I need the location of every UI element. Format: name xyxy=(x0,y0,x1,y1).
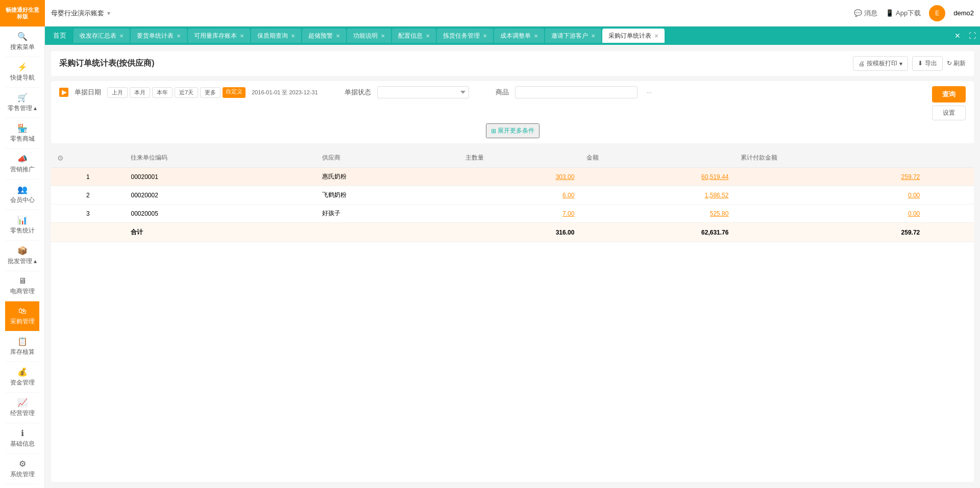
cell-code-2: 00020005 xyxy=(125,204,316,223)
tab-10[interactable]: 邀请下游客户✕ xyxy=(545,29,601,43)
tab-close-3[interactable]: ✕ xyxy=(240,33,244,39)
sidebar-item-批发管理[interactable]: 📦批发管理 ▴ xyxy=(5,241,39,271)
btn-this-year[interactable]: 本年 xyxy=(152,87,173,98)
tab-close-4[interactable]: ✕ xyxy=(291,33,295,39)
menu-label-6: 零售统计 xyxy=(10,226,35,235)
tab-7[interactable]: 配置信息✕ xyxy=(392,29,436,43)
user-avatar[interactable]: E xyxy=(929,5,945,21)
sidebar-item-电商管理[interactable]: 🖥电商管理 xyxy=(5,271,39,301)
goods-ellipsis[interactable]: ··· xyxy=(644,89,655,96)
sidebar-item-基础信息[interactable]: ℹ基础信息 xyxy=(5,423,39,454)
col-settings-icon[interactable]: ⚙ xyxy=(57,154,64,162)
col-amount: 金额 xyxy=(580,148,734,168)
sidebar-item-零售管理[interactable]: 🛒零售管理 ▴ xyxy=(5,88,39,118)
sidebar-item-零售商城[interactable]: 🏪零售商城 xyxy=(5,118,39,149)
topbar-message[interactable]: 💬 消息 xyxy=(854,9,877,18)
menu-icon-11: 💰 xyxy=(17,367,28,377)
tab-3[interactable]: 可用量库存账本✕ xyxy=(188,29,250,43)
topbar-dropdown-icon[interactable]: ▾ xyxy=(107,10,110,17)
menu-icon-10: 📋 xyxy=(17,337,28,346)
sidebar-item-会员中心[interactable]: 👥会员中心 xyxy=(5,179,39,210)
tab-label-0: 首页 xyxy=(53,31,66,40)
tab-6[interactable]: 功能说明✕ xyxy=(347,29,391,43)
btn-export[interactable]: ⬇ 导出 xyxy=(912,56,942,71)
date-label: 单据日期 xyxy=(75,88,101,97)
col-settings: ⚙ xyxy=(51,148,125,168)
tab-4[interactable]: 保质期查询✕ xyxy=(251,29,301,43)
cell-index-0: 1 xyxy=(51,168,125,186)
sidebar-item-系统管理[interactable]: ⚙系统管理 xyxy=(5,454,39,484)
tab-close-5[interactable]: ✕ xyxy=(336,33,340,39)
amount-link-2[interactable]: 525.80 xyxy=(710,210,729,217)
btn-more-date[interactable]: 更多 xyxy=(200,87,220,98)
table-row[interactable]: 2 00020002 飞鹤奶粉 6.00 1,586.52 0.00 xyxy=(51,186,974,204)
date-range-display: 2016-01-01 至 2023-12-31 xyxy=(252,89,318,96)
quantity-link-0[interactable]: 303.00 xyxy=(556,173,575,181)
quantity-link-2[interactable]: 7.00 xyxy=(562,210,574,217)
btn-settings[interactable]: 设置 xyxy=(932,106,966,120)
tab-5[interactable]: 超储预警✕ xyxy=(302,29,346,43)
sidebar-item-库存核算[interactable]: 📋库存核算 xyxy=(5,331,39,362)
table-row[interactable]: 1 00020001 惠氏奶粉 303.00 60,519.44 259.72 xyxy=(51,168,974,186)
tab-close-7[interactable]: ✕ xyxy=(426,33,430,39)
sidebar-item-快捷导航[interactable]: ⚡快捷导航 xyxy=(5,57,39,88)
status-select[interactable] xyxy=(377,86,469,98)
paid-link-0[interactable]: 259.72 xyxy=(901,173,920,181)
tab-1[interactable]: 收发存汇总表✕ xyxy=(74,29,130,43)
sidebar-item-采购管理[interactable]: 🛍采购管理 xyxy=(5,301,39,331)
paid-link-1[interactable]: 0.00 xyxy=(908,192,920,199)
tab-close-all[interactable]: ✕ xyxy=(952,31,963,41)
sidebar-item-营销推广[interactable]: 📣营销推广 xyxy=(5,149,39,179)
tab-11[interactable]: 采购订单统计表✕ xyxy=(602,29,665,43)
message-icon: 💬 xyxy=(854,9,862,17)
expand-icon[interactable]: ▶ xyxy=(59,88,68,97)
status-label: 单据状态 xyxy=(345,88,371,97)
tab-close-8[interactable]: ✕ xyxy=(483,33,487,39)
export-icon: ⬇ xyxy=(918,60,923,67)
table-row[interactable]: 3 00020005 好孩子 7.00 525.80 0.00 xyxy=(51,204,974,223)
goods-input[interactable] xyxy=(515,86,638,98)
paid-link-2[interactable]: 0.00 xyxy=(908,210,920,217)
tab-close-6[interactable]: ✕ xyxy=(381,33,385,39)
username[interactable]: demo2 xyxy=(953,9,974,17)
menu-icon-0: 🔍 xyxy=(17,32,28,41)
amount-link-0[interactable]: 60,519.44 xyxy=(701,173,728,181)
tab-2[interactable]: 要货单统计表✕ xyxy=(131,29,187,43)
amount-link-1[interactable]: 1,586.52 xyxy=(705,192,729,199)
btn-last-month[interactable]: 上月 xyxy=(107,87,128,98)
cell-paid-0: 259.72 xyxy=(734,168,926,186)
sidebar-item-资金管理[interactable]: 💰资金管理 xyxy=(5,362,39,393)
filter-left: ▶ 单据日期 上月 本月 本年 近7天 更多 自定义 2016-01-01 至 … xyxy=(59,86,926,98)
quantity-link-1[interactable]: 6.00 xyxy=(562,192,574,199)
tab-8[interactable]: 拣货任务管理✕ xyxy=(437,29,493,43)
btn-print[interactable]: 🖨 按模板打印 ▾ xyxy=(853,56,908,71)
tab-close-10[interactable]: ✕ xyxy=(591,33,595,39)
btn-this-month[interactable]: 本月 xyxy=(130,87,150,98)
btn-last-7-days[interactable]: 近7天 xyxy=(175,87,198,98)
sidebar-item-经营管理[interactable]: 📈经营管理 xyxy=(5,393,39,423)
menu-label-8: 电商管理 xyxy=(10,287,35,296)
tab-close-2[interactable]: ✕ xyxy=(177,33,181,39)
cell-paid-2: 0.00 xyxy=(734,204,926,223)
btn-refresh[interactable]: ↻ 刷新 xyxy=(947,59,966,68)
col-supplier: 供应商 xyxy=(316,148,459,168)
topbar-title-text: 母婴行业演示账套 xyxy=(51,9,104,18)
tab-close-9[interactable]: ✕ xyxy=(534,33,538,39)
btn-query[interactable]: 查询 xyxy=(932,86,966,102)
sidebar-item-零售统计[interactable]: 📊零售统计 xyxy=(5,210,39,241)
cell-amount-1: 1,586.52 xyxy=(580,186,734,204)
topbar-app-download[interactable]: 📱 App下载 xyxy=(886,9,921,18)
tab-close-11[interactable]: ✕ xyxy=(654,33,658,39)
btn-expand-more[interactable]: ⊞ 展开更多条件 xyxy=(486,123,540,138)
tabbar-right: ✕ ⛶ xyxy=(952,31,978,41)
sidebar-item-企业协同[interactable]: 🤝企业协同 xyxy=(5,484,39,488)
tab-label-6: 功能说明 xyxy=(353,32,378,40)
tab-label-11: 采购订单统计表 xyxy=(608,32,651,40)
tab-maximize[interactable]: ⛶ xyxy=(967,31,978,41)
tab-0[interactable]: 首页 xyxy=(47,29,72,43)
sidebar-item-搜索菜单[interactable]: 🔍搜索菜单 xyxy=(5,27,39,57)
menu-icon-7: 📦 xyxy=(17,246,28,255)
tab-close-1[interactable]: ✕ xyxy=(119,33,124,39)
tab-9[interactable]: 成本调整单✕ xyxy=(494,29,544,43)
footer-quantity: 316.00 xyxy=(459,223,580,242)
